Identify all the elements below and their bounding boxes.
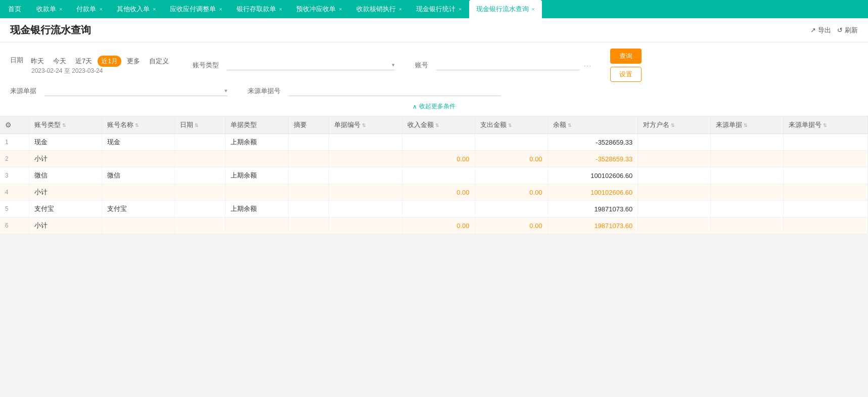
nav-tab-现金银行统计[interactable]: 现金银行统计× <box>409 0 469 18</box>
nav-tab-其他收入单[interactable]: 其他收入单× <box>110 0 163 18</box>
top-nav: 首页 收款单×付款单×其他收入单×应收应付调整单×银行存取款单×预收冲应收单×收… <box>0 0 868 18</box>
col-doc_type: 单据类型 <box>225 116 288 134</box>
nav-tab-应收应付调整单[interactable]: 应收应付调整单× <box>163 0 229 18</box>
cell-source_doc_no <box>784 217 868 234</box>
cell-account_type: 小计 <box>29 184 102 201</box>
tab-close-icon[interactable]: × <box>399 0 402 18</box>
source-doc-label: 来源单据 <box>10 86 36 96</box>
col-date[interactable]: 日期⇅ <box>175 116 225 134</box>
source-doc-no-label: 来源单据号 <box>248 86 281 96</box>
settings-button[interactable]: 设置 <box>610 67 642 82</box>
cell-balance: -3528659.33 <box>547 151 638 167</box>
date-range: 2023-02-24 至 2023-03-24 <box>31 67 172 75</box>
tab-close-icon[interactable]: × <box>459 0 462 18</box>
filter-row-2: 来源单据 ▾ 来源单据号 <box>10 86 858 96</box>
filter-area: 日期 昨天今天近7天近1月更多自定义 2023-02-24 至 2023-03-… <box>0 42 868 116</box>
cell-summary <box>288 184 329 201</box>
refresh-button[interactable]: ↺ 刷新 <box>837 26 858 35</box>
col-balance[interactable]: 余额⇅ <box>547 116 638 134</box>
sort-icon-expense: ⇅ <box>508 123 512 128</box>
date-opt-更多[interactable]: 更多 <box>123 56 144 67</box>
cell-doc_type <box>225 184 288 201</box>
nav-tab-付款单[interactable]: 付款单× <box>69 0 109 18</box>
cell-counterparty <box>638 184 711 201</box>
cell-summary <box>288 217 329 234</box>
cell-source_doc <box>711 217 784 234</box>
col-expense[interactable]: 支出金额⇅ <box>475 116 547 134</box>
source-doc-select-wrapper[interactable]: ▾ <box>44 86 227 96</box>
cell-counterparty <box>638 167 711 184</box>
source-doc-dropdown-icon: ▾ <box>224 87 227 94</box>
account-input[interactable] <box>436 60 579 70</box>
nav-tab-银行存取款单[interactable]: 银行存取款单× <box>230 0 289 18</box>
cell-account_name <box>102 151 175 167</box>
tab-close-icon[interactable]: × <box>59 0 62 18</box>
cell-account_type: 小计 <box>29 217 102 234</box>
col-doc_no[interactable]: 单据编号⇅ <box>329 116 402 134</box>
cell-expense: 0.00 <box>475 217 547 234</box>
date-filter: 日期 昨天今天近7天近1月更多自定义 2023-02-24 至 2023-03-… <box>10 56 172 75</box>
cell-summary <box>288 151 329 167</box>
account-type-input[interactable] <box>227 60 392 70</box>
date-opt-今天[interactable]: 今天 <box>50 56 70 67</box>
sort-icon-account_type: ⇅ <box>62 123 66 128</box>
source-doc-no-input[interactable] <box>289 86 500 96</box>
cell-doc_type: 上期余额 <box>225 134 288 151</box>
row-num: 5 <box>0 201 29 217</box>
account-type-select-wrapper[interactable]: ▾ <box>227 60 395 70</box>
date-opt-自定义[interactable]: 自定义 <box>146 56 172 67</box>
nav-tab-收款核销执行[interactable]: 收款核销执行× <box>349 0 409 18</box>
cell-summary <box>288 167 329 184</box>
row-num: 2 <box>0 151 29 167</box>
nav-tab-现金银行流水查询[interactable]: 现金银行流水查询× <box>469 0 542 18</box>
tab-close-icon[interactable]: × <box>339 0 342 18</box>
date-opt-昨天[interactable]: 昨天 <box>27 56 48 67</box>
tab-close-icon[interactable]: × <box>532 0 535 18</box>
gear-icon[interactable]: ⚙ <box>5 121 12 129</box>
collapse-bar[interactable]: ∧ 收起更多条件 <box>10 100 858 112</box>
col-gear: ⚙ <box>0 116 29 134</box>
col-income[interactable]: 收入金额⇅ <box>402 116 475 134</box>
export-button[interactable]: ↗ 导出 <box>810 26 831 35</box>
cell-source_doc <box>711 201 784 217</box>
cell-income: 0.00 <box>402 217 475 234</box>
source-doc-input[interactable] <box>44 86 224 96</box>
account-type-dropdown-icon: ▾ <box>392 62 395 68</box>
cell-account_name <box>102 184 175 201</box>
collapse-icon: ∧ <box>413 103 417 110</box>
cell-expense: 0.00 <box>475 151 547 167</box>
date-opt-近1月[interactable]: 近1月 <box>98 56 121 67</box>
col-account_type[interactable]: 账号类型⇅ <box>29 116 102 134</box>
cell-counterparty <box>638 151 711 167</box>
tab-close-icon[interactable]: × <box>99 0 102 18</box>
cell-account_name <box>102 217 175 234</box>
sort-icon-date: ⇅ <box>195 123 199 128</box>
cell-account_name: 支付宝 <box>102 201 175 217</box>
sort-icon-source_doc: ⇅ <box>744 123 748 128</box>
sort-icon-doc_no: ⇅ <box>362 123 366 128</box>
export-icon: ↗ <box>810 26 816 34</box>
col-source_doc_no[interactable]: 来源单据号⇅ <box>784 116 868 134</box>
nav-tab-收款单[interactable]: 收款单× <box>29 0 69 18</box>
source-doc-filter: 来源单据 ▾ <box>10 86 227 96</box>
cell-source_doc <box>711 134 784 151</box>
page-header: 现金银行流水查询 ↗ 导出 ↺ 刷新 <box>0 18 868 42</box>
col-account_name[interactable]: 账号名称⇅ <box>102 116 175 134</box>
account-label: 账号 <box>415 61 428 70</box>
tab-close-icon[interactable]: × <box>279 0 282 18</box>
cell-doc_no <box>329 134 402 151</box>
account-more-icon[interactable]: ··· <box>584 62 592 69</box>
cell-expense: 0.00 <box>475 184 547 201</box>
tab-close-icon[interactable]: × <box>153 0 156 18</box>
cell-doc_type: 上期余额 <box>225 167 288 184</box>
query-button[interactable]: 查询 <box>610 49 642 64</box>
table-row: 5支付宝支付宝上期余额19871073.60 <box>0 201 868 217</box>
tab-close-icon[interactable]: × <box>219 0 222 18</box>
cell-account_type: 支付宝 <box>29 201 102 217</box>
nav-home[interactable]: 首页 <box>0 0 29 18</box>
header-actions: ↗ 导出 ↺ 刷新 <box>810 26 858 35</box>
col-counterparty[interactable]: 对方户名⇅ <box>638 116 711 134</box>
date-opt-近7天[interactable]: 近7天 <box>72 56 96 67</box>
col-source_doc[interactable]: 来源单据⇅ <box>711 116 784 134</box>
nav-tab-预收冲应收单[interactable]: 预收冲应收单× <box>289 0 349 18</box>
